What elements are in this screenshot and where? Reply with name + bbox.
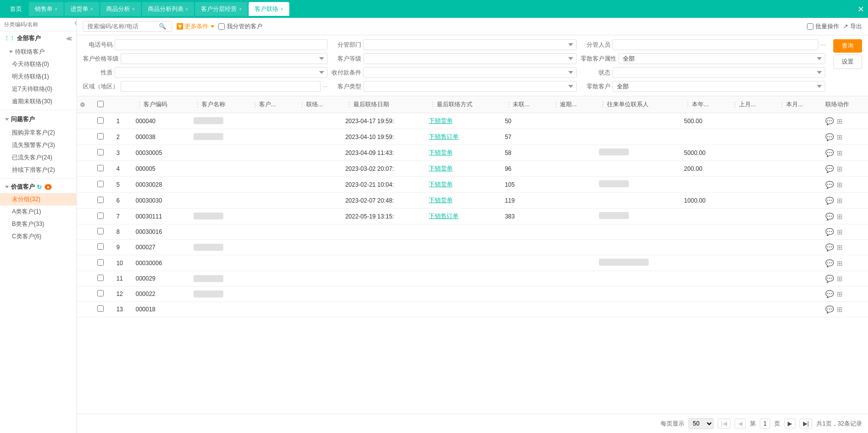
- filter-nature-select[interactable]: [115, 67, 328, 78]
- row-chat-icon[interactable]: 💬: [825, 117, 834, 125]
- row-checkbox[interactable]: [97, 181, 104, 187]
- row-chat-icon[interactable]: 💬: [825, 133, 834, 141]
- row-checkbox[interactable]: [97, 165, 104, 171]
- row-last-method[interactable]: [426, 224, 502, 240]
- nav-tab-进货单[interactable]: 进货单 ×: [65, 2, 99, 16]
- settings-gear-icon[interactable]: ⚙: [80, 101, 85, 108]
- row-chat-icon[interactable]: 💬: [825, 259, 834, 267]
- tab-close-icon[interactable]: ×: [132, 6, 135, 12]
- row-grid-icon[interactable]: ⊞: [837, 305, 843, 313]
- col-type[interactable]: ⋮客户...: [248, 96, 295, 113]
- col-this-month[interactable]: ⋮本月...: [775, 96, 822, 113]
- sidebar-value-group-item[interactable]: 未分组(32): [0, 193, 76, 206]
- row-checkbox[interactable]: [97, 290, 104, 296]
- row-method-link[interactable]: 下销售订单: [429, 213, 459, 219]
- tab-close-icon[interactable]: ×: [55, 6, 58, 12]
- row-checkbox[interactable]: [97, 213, 104, 219]
- row-last-method[interactable]: 下销货单: [426, 113, 502, 129]
- batch-operation-btn[interactable]: 批量操作: [807, 22, 839, 31]
- value-customers-section[interactable]: 价值客户 ↻ ●: [0, 181, 76, 193]
- next-page-btn[interactable]: ▶: [784, 419, 796, 429]
- col-this-year[interactable]: ⋮本年...: [681, 96, 728, 113]
- sidebar-value-group-item[interactable]: A类客户(1): [0, 206, 76, 218]
- filter-dept-select[interactable]: [363, 39, 576, 50]
- nav-tab-商品分析列表[interactable]: 商品分析列表 ×: [142, 2, 195, 16]
- export-btn[interactable]: ↗ 导出: [843, 22, 862, 31]
- row-last-method[interactable]: [426, 302, 502, 317]
- last-page-btn[interactable]: ▶|: [800, 419, 812, 429]
- my-customers-checkbox[interactable]: 我分管的客户: [218, 22, 263, 31]
- sidebar-collapse-btn[interactable]: ≪: [66, 35, 72, 42]
- pending-contact-header[interactable]: 待联络客户: [0, 46, 76, 58]
- tab-close-icon[interactable]: ×: [280, 6, 283, 12]
- row-chat-icon[interactable]: 💬: [825, 165, 834, 173]
- row-method-link[interactable]: 下销货单: [429, 197, 453, 204]
- row-chat-icon[interactable]: 💬: [825, 305, 834, 313]
- sidebar-value-group-item[interactable]: C类客户(6): [0, 230, 76, 243]
- row-grid-icon[interactable]: ⊞: [837, 117, 843, 125]
- query-button[interactable]: 查询: [833, 39, 862, 53]
- col-contact[interactable]: ⋮联络...: [295, 96, 342, 113]
- filter-search-box[interactable]: 🔍: [83, 21, 172, 32]
- row-checkbox[interactable]: [97, 259, 104, 266]
- row-chat-icon[interactable]: 💬: [825, 243, 834, 251]
- nav-tab-客户分层经营[interactable]: 客户分层经营 ×: [195, 2, 248, 16]
- row-chat-icon[interactable]: 💬: [825, 213, 834, 220]
- tab-close-icon[interactable]: ×: [90, 6, 93, 12]
- row-checkbox[interactable]: [97, 243, 104, 250]
- all-customers-section[interactable]: ⋮⋮ 全部客户 ≪: [0, 31, 76, 46]
- row-chat-icon[interactable]: 💬: [825, 197, 834, 205]
- filter-phone-input[interactable]: [115, 39, 328, 50]
- row-last-method[interactable]: 下销货单: [426, 161, 502, 177]
- row-last-method[interactable]: [426, 255, 502, 271]
- row-grid-icon[interactable]: ⊞: [837, 228, 843, 236]
- col-settings[interactable]: ⚙: [77, 96, 94, 113]
- row-checkbox[interactable]: [97, 275, 104, 281]
- more-conditions-btn[interactable]: 🔽 更多条件: [176, 22, 214, 31]
- row-chat-icon[interactable]: 💬: [825, 228, 834, 236]
- row-checkbox[interactable]: [97, 149, 104, 155]
- row-chat-icon[interactable]: 💬: [825, 149, 834, 157]
- row-method-link[interactable]: 下销货单: [429, 181, 453, 188]
- filter-price-level-select[interactable]: [121, 53, 328, 64]
- nav-tab-销售单[interactable]: 销售单 ×: [29, 2, 64, 16]
- sidebar-problem-item[interactable]: 流失预警客户(3): [0, 139, 76, 151]
- row-method-link[interactable]: 下销货单: [429, 117, 453, 124]
- filter-payment-select[interactable]: [363, 67, 576, 78]
- sidebar-pending-item[interactable]: 今天待联络(0): [0, 58, 76, 71]
- col-name[interactable]: ⋮客户名称: [191, 96, 248, 113]
- sidebar-problem-item[interactable]: 囤购异常客户(2): [0, 127, 76, 139]
- prev-page-btn[interactable]: ◀: [734, 419, 746, 429]
- filter-search-icon[interactable]: 🔍: [159, 23, 166, 30]
- row-last-method[interactable]: 下销货单: [426, 177, 502, 193]
- row-grid-icon[interactable]: ⊞: [837, 275, 843, 283]
- col-overdue[interactable]: ⋮逾期...: [549, 96, 596, 113]
- filter-cust-type-select[interactable]: [363, 81, 576, 92]
- value-refresh-icon[interactable]: ↻: [37, 184, 42, 191]
- row-last-method[interactable]: 下销货单: [426, 193, 502, 209]
- filter-search-input[interactable]: [87, 23, 157, 30]
- row-grid-icon[interactable]: ⊞: [837, 290, 843, 298]
- row-method-link[interactable]: 下销售订单: [429, 133, 459, 140]
- select-all-checkbox[interactable]: [97, 101, 104, 107]
- row-last-method[interactable]: [426, 287, 502, 302]
- window-close-button[interactable]: ✕: [858, 4, 864, 14]
- row-chat-icon[interactable]: 💬: [825, 275, 834, 283]
- my-customers-check[interactable]: [218, 23, 225, 30]
- tab-close-icon[interactable]: ×: [186, 6, 189, 12]
- problem-customers-header[interactable]: 问题客户: [0, 112, 76, 127]
- filter-status-select[interactable]: [612, 67, 825, 78]
- per-page-select[interactable]: 50 100 200: [688, 418, 714, 429]
- row-grid-icon[interactable]: ⊞: [837, 213, 843, 220]
- sidebar-pending-item[interactable]: 近7天待联络(0): [0, 83, 76, 95]
- row-chat-icon[interactable]: 💬: [825, 290, 834, 298]
- filter-region-more-btn[interactable]: ···: [323, 83, 328, 90]
- sidebar-pending-item[interactable]: 明天待联络(1): [0, 71, 76, 83]
- row-grid-icon[interactable]: ⊞: [837, 165, 843, 173]
- nav-tab-客户联络[interactable]: 客户联络 ×: [249, 2, 289, 16]
- home-tab[interactable]: 首页: [4, 2, 28, 16]
- col-checkbox[interactable]: [94, 96, 113, 113]
- sidebar-problem-item[interactable]: 持续下滑客户(2): [0, 164, 76, 176]
- first-page-btn[interactable]: |◀: [718, 419, 731, 429]
- sidebar-search-bar[interactable]: 🔍: [0, 18, 76, 31]
